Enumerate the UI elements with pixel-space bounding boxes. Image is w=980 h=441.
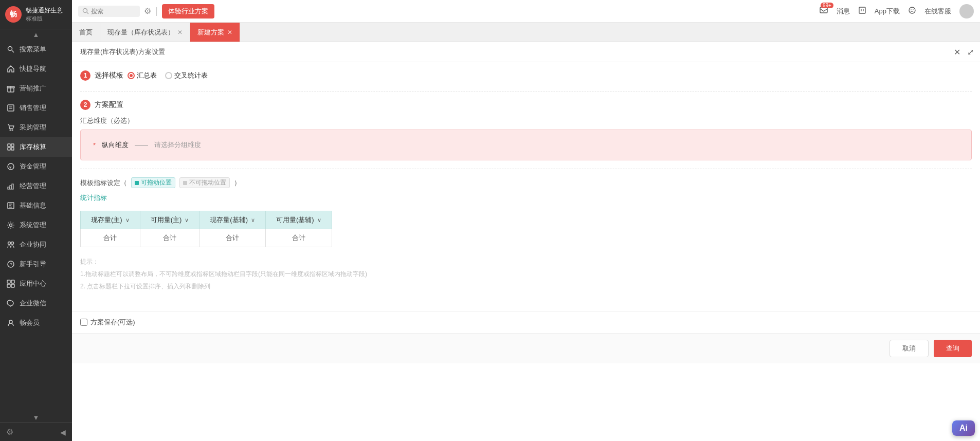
draggable-label: 可拖动位置 xyxy=(141,178,172,187)
inventory-icon xyxy=(6,142,15,152)
sidebar-item-system[interactable]: 系统管理 xyxy=(0,215,72,235)
panel-close-btn[interactable]: ✕ xyxy=(951,46,963,58)
dimension-dash: —— xyxy=(135,141,148,149)
sidebar-item-purchase[interactable]: 采购管理 xyxy=(0,118,72,137)
sidebar-settings-icon[interactable]: ⚙ xyxy=(6,427,13,437)
tab-home[interactable]: 首页 xyxy=(72,23,100,42)
dimension-placeholder[interactable]: 请选择分组维度 xyxy=(154,140,201,150)
sidebar-item-app-center[interactable]: 应用中心 xyxy=(0,274,72,293)
th-available-main[interactable]: 可用量(主) ∨ xyxy=(140,211,199,229)
save-checkbox[interactable] xyxy=(80,319,87,326)
sidebar-item-member[interactable]: 畅会员 xyxy=(0,313,72,333)
save-section: 方案保存(可选) xyxy=(72,311,980,333)
draggable-badge: 可拖动位置 xyxy=(131,177,175,188)
sidebar-item-operations[interactable]: 经营管理 xyxy=(0,176,72,196)
operations-icon xyxy=(6,181,15,191)
sidebar-item-cooperation[interactable]: 企业协同 xyxy=(0,235,72,254)
app-download-icon[interactable] xyxy=(858,6,866,16)
main-area: ⚙ | 体验行业方案 99+ 消息 App下载 xyxy=(72,0,980,441)
svg-rect-36 xyxy=(859,7,865,13)
th-available-aux-label: 可用量(基辅) xyxy=(276,215,314,225)
tab-new-scheme-close[interactable]: ✕ xyxy=(227,29,232,36)
message-label: 消息 xyxy=(837,7,850,16)
non-draggable-dot xyxy=(183,181,187,185)
svg-rect-30 xyxy=(7,284,10,287)
tips-section: 提示： 1.拖动标题栏可以调整布局，不可跨维度或指标区域拖动栏目字段(只能在同一… xyxy=(80,255,972,292)
sidebar-item-base-info[interactable]: 基础信息 xyxy=(0,196,72,215)
step1-section: 1 选择模板 汇总表 交叉统计表 xyxy=(80,70,972,81)
svg-point-24 xyxy=(8,242,11,245)
sidebar-item-label: 应用中心 xyxy=(20,279,46,288)
trial-btn[interactable]: 体验行业方案 xyxy=(162,4,214,19)
svg-point-8 xyxy=(10,130,11,131)
sidebar-item-label: 基础信息 xyxy=(20,201,46,210)
sidebar-scroll-down[interactable]: ▼ xyxy=(0,412,72,422)
svg-rect-12 xyxy=(8,148,10,150)
tab-inventory-status[interactable]: 现存量（库存状况表） ✕ xyxy=(100,23,190,42)
th-current-main[interactable]: 现存量(主) ∨ xyxy=(81,211,140,229)
step1-label: 选择模板 xyxy=(95,71,123,80)
finance-icon: ¥ xyxy=(6,162,15,171)
sidebar-item-marketing[interactable]: 营销推广 xyxy=(0,79,72,98)
th-available-aux[interactable]: 可用量(基辅) ∨ xyxy=(266,211,332,229)
dimension-label: 汇总维度（必选） xyxy=(80,116,972,125)
svg-rect-13 xyxy=(11,148,14,150)
guide-icon: ? xyxy=(6,260,15,269)
tip1: 1.拖动标题栏可以调整布局，不可跨维度或指标区域拖动栏目字段(只能在同一维度或指… xyxy=(80,268,972,280)
content-body: 1 选择模板 汇总表 交叉统计表 xyxy=(72,62,980,311)
th-current-aux-label: 现存量(基辅) xyxy=(210,215,248,225)
query-button[interactable]: 查询 xyxy=(934,340,972,357)
indicator-table: 现存量(主) ∨ 可用量(主) ∨ xyxy=(80,211,332,247)
template-radio-group: 汇总表 交叉统计表 xyxy=(128,71,208,80)
topbar-settings-icon[interactable]: ⚙ xyxy=(144,6,151,16)
th-current-main-label: 现存量(主) xyxy=(91,215,122,225)
user-avatar[interactable] xyxy=(959,4,974,19)
th-current-aux[interactable]: 现存量(基辅) ∨ xyxy=(199,211,266,229)
panel-controls: ✕ ⤢ xyxy=(951,46,976,58)
panel-expand-btn[interactable]: ⤢ xyxy=(965,46,976,58)
sidebar-item-wechat[interactable]: 企业微信 xyxy=(0,293,72,313)
step1-badge: 1 xyxy=(80,70,90,81)
sidebar-item-quick-nav[interactable]: 快捷导航 xyxy=(0,59,72,79)
tab-new-scheme[interactable]: 新建方案 ✕ xyxy=(190,23,240,42)
sidebar-item-label: 系统管理 xyxy=(20,220,46,230)
td-current-main-sub: 合计 xyxy=(81,229,140,247)
wechat-icon xyxy=(6,299,15,308)
sidebar-item-inventory[interactable]: 库存核算 xyxy=(0,137,72,157)
svg-rect-29 xyxy=(11,280,14,283)
tab-home-label: 首页 xyxy=(79,28,93,37)
topbar-search-input[interactable] xyxy=(91,8,132,15)
svg-rect-10 xyxy=(8,144,10,146)
tab-inventory-status-close[interactable]: ✕ xyxy=(177,29,183,36)
sidebar-item-guide[interactable]: ? 新手引导 xyxy=(0,254,72,274)
svg-point-0 xyxy=(8,47,12,51)
sidebar-menu: 搜索菜单 快捷导航 营销推广 xyxy=(0,40,72,412)
member-icon xyxy=(6,318,15,327)
customer-service-icon[interactable] xyxy=(908,6,916,16)
radio-summary[interactable]: 汇总表 xyxy=(128,71,157,80)
sidebar-item-search-menu[interactable]: 搜索菜单 xyxy=(0,40,72,59)
svg-point-41 xyxy=(913,9,914,10)
svg-point-9 xyxy=(12,130,13,131)
svg-rect-28 xyxy=(7,280,10,283)
home-icon xyxy=(6,64,15,74)
cancel-button[interactable]: 取消 xyxy=(890,340,929,357)
svg-text:¥: ¥ xyxy=(9,165,12,170)
ai-badge[interactable]: Ai xyxy=(952,420,975,436)
sidebar-item-sales[interactable]: 销售管理 xyxy=(0,98,72,118)
step2-badge: 2 xyxy=(80,100,90,110)
search-icon xyxy=(82,8,89,14)
tip2: 2. 点击标题栏下拉可设置排序、插入列和删除列 xyxy=(80,280,972,292)
sidebar-footer: ⚙ ◀ xyxy=(0,422,72,441)
radio-cross-label: 交叉统计表 xyxy=(174,71,208,80)
app-download-label: App下载 xyxy=(875,7,900,16)
radio-cross[interactable]: 交叉统计表 xyxy=(165,71,208,80)
sidebar-scroll-up[interactable]: ▲ xyxy=(0,29,72,40)
message-badge[interactable]: 99+ xyxy=(819,6,828,16)
radio-cross-circle xyxy=(165,72,172,79)
chevron-down-icon-0: ∨ xyxy=(125,217,130,224)
indicator-settings-prefix: 模板指标设定（ xyxy=(80,178,127,188)
sidebar-item-finance[interactable]: ¥ 资金管理 xyxy=(0,157,72,176)
sidebar-collapse-icon[interactable]: ◀ xyxy=(60,428,66,436)
svg-point-23 xyxy=(10,224,12,227)
